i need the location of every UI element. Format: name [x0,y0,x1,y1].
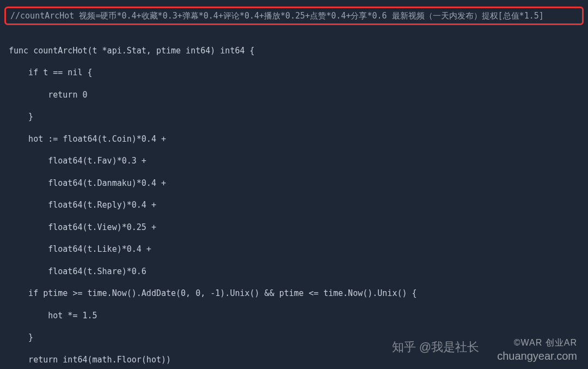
code-line: return 0 [9,89,579,100]
highlighted-comment-box: //countArcHot 视频=硬币*0.4+收藏*0.3+弹幕*0.4+评论… [4,7,584,25]
code-line: float64(t.Like)*0.4 + [9,244,579,255]
code-line: hot *= 1.5 [9,310,579,321]
code-line: return int64(math.Floor(hot)) [9,354,579,365]
code-line: float64(t.View)*0.25 + [9,222,579,233]
code-line: } [9,332,579,343]
code-line: func countArcHot(t *api.Stat, ptime int6… [9,45,579,56]
code-line: float64(t.Danmaku)*0.4 + [9,178,579,189]
code-line: } [9,111,579,122]
code-line: float64(t.Fav)*0.3 + [9,155,579,166]
brand-watermark-line1: ©WAR 创业AR [497,337,577,349]
brand-watermark: ©WAR 创业AR chuangyear.com [497,337,577,364]
highlighted-comment-text: //countArcHot 视频=硬币*0.4+收藏*0.3+弹幕*0.4+评论… [10,10,578,21]
zhihu-watermark: 知乎 @我是社长 [392,339,479,355]
code-line: float64(t.Share)*0.6 [9,266,579,277]
code-line: if t == nil { [9,67,579,78]
brand-watermark-line2: chuangyear.com [497,349,577,364]
code-editor-content: func countArcHot(t *api.Stat, ptime int6… [0,29,588,369]
code-line: float64(t.Reply)*0.4 + [9,199,579,210]
code-line: hot := float64(t.Coin)*0.4 + [9,134,579,144]
code-line: if ptime >= time.Now().AddDate(0, 0, -1)… [9,288,579,299]
